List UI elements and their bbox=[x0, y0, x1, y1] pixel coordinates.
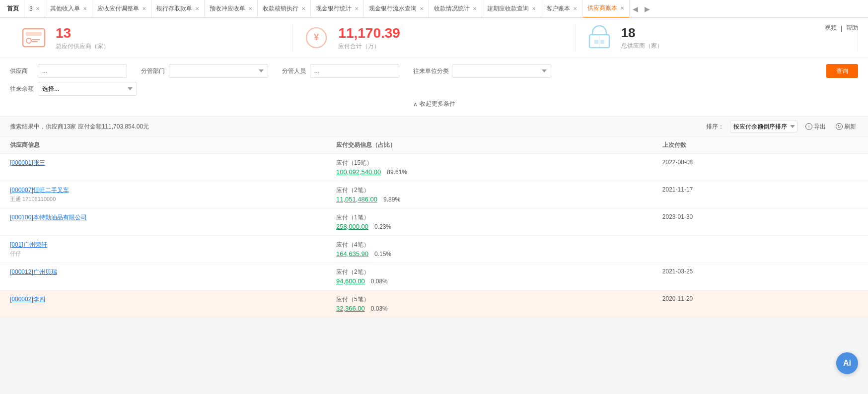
table-row[interactable]: [000002]李四 应付（5笔） 32,366.00 0.03% 2020-1… bbox=[0, 290, 868, 318]
close-icon[interactable]: ✕ bbox=[248, 6, 252, 11]
nav-tab-bank-deposit[interactable]: 银行存取款单 ✕ bbox=[151, 0, 205, 18]
nav-tab-collection-stat-label: 收款情况统计 bbox=[434, 4, 470, 13]
trans-amount-row: 32,366.00 0.03% bbox=[336, 305, 662, 312]
table-row[interactable]: [000007]恒旺二手叉车 王通 17106110000 应付（2笔） 11,… bbox=[0, 181, 868, 208]
supplier-info: [000100]本特勤油品有限公司 bbox=[10, 213, 336, 222]
balance-select[interactable]: 选择... bbox=[38, 82, 137, 96]
stat-icon-3 bbox=[585, 24, 613, 52]
collapse-button[interactable]: ∧ 收起更多条件 bbox=[413, 100, 455, 108]
trans-amount[interactable]: 94,600.00 bbox=[336, 277, 365, 285]
close-icon[interactable]: ✕ bbox=[301, 6, 305, 11]
supplier-table: 供应商信息 应付交易信息（占比） 上次付数 [000001]张三 应付（15笔）… bbox=[0, 137, 868, 318]
trans-amount[interactable]: 11,051,486.00 bbox=[336, 196, 377, 203]
trans-label: 应付（4笔） bbox=[336, 241, 662, 249]
nav-tab-other-income-label: 其他收入单 bbox=[50, 4, 80, 13]
trans-amount[interactable]: 100,092,540.00 bbox=[336, 168, 381, 176]
nav-tab-receipt-exec[interactable]: 收款核销执行 ✕ bbox=[258, 0, 311, 18]
query-button[interactable]: 查询 bbox=[826, 64, 858, 78]
trans-amount[interactable]: 32,366.00 bbox=[336, 305, 365, 312]
trans-amount-row: 164,635.90 0.15% bbox=[336, 250, 662, 258]
close-icon[interactable]: ✕ bbox=[532, 6, 536, 11]
trans-amount-row: 258,000.00 0.23% bbox=[336, 223, 662, 230]
svg-rect-1 bbox=[26, 32, 42, 36]
supplier-sub: 王通 17106110000 bbox=[10, 196, 336, 203]
help-link[interactable]: 帮助 bbox=[846, 24, 858, 32]
filter-field-balance: 往来余额 选择... bbox=[10, 82, 137, 96]
nav-tab-cash-bank-flow[interactable]: 现金银行流水查询 ✕ bbox=[364, 0, 429, 18]
nav-tab-home[interactable]: 首页 bbox=[2, 0, 24, 18]
transaction-info: 应付（4笔） 164,635.90 0.15% bbox=[336, 241, 662, 258]
person-input[interactable] bbox=[310, 64, 399, 78]
close-icon[interactable]: ✕ bbox=[83, 6, 87, 11]
nav-tab-overdue-query[interactable]: 超期应收款查询 ✕ bbox=[482, 0, 541, 18]
table-row[interactable]: [000001]张三 应付（15笔） 100,092,540.00 89.61%… bbox=[0, 154, 868, 181]
svg-text:¥: ¥ bbox=[314, 32, 319, 42]
filter-field-unit-type: 往来单位分类 bbox=[413, 64, 551, 78]
header-last-pay: 上次付数 bbox=[662, 141, 858, 149]
last-pay: 2021-11-17 bbox=[662, 186, 858, 193]
stat-supplier-payable: 13 总应付供应商（家） bbox=[10, 24, 292, 52]
nav-tab-ap-adjust[interactable]: 应收应付调整单 ✕ bbox=[92, 0, 151, 18]
supplier-sub: 仔仔 bbox=[10, 250, 336, 258]
nav-tab-other-income[interactable]: 其他收入单 ✕ bbox=[45, 0, 92, 18]
nav-tab-cash-bank-stat-label: 现金银行统计 bbox=[316, 4, 352, 13]
nav-right-arrow[interactable]: ▶ bbox=[642, 0, 653, 18]
table-row[interactable]: [001]广州荣轩 仔仔 应付（4笔） 164,635.90 0.15% bbox=[0, 236, 868, 263]
close-icon[interactable]: ✕ bbox=[355, 6, 359, 11]
supplier-link[interactable]: [000012]广州贝瑞 bbox=[10, 268, 336, 276]
nav-tab-ap-adjust-label: 应收应付调整单 bbox=[97, 4, 139, 13]
header-transaction: 应付交易信息（占比） bbox=[336, 141, 662, 149]
refresh-button[interactable]: ↻ 刷新 bbox=[834, 122, 858, 132]
chevron-up-icon: ∧ bbox=[413, 101, 418, 108]
nav-tab-bank-deposit-label: 银行存取款单 bbox=[156, 4, 192, 13]
table-row[interactable]: [000012]广州贝瑞 应付（2笔） 94,600.00 0.08% 2021… bbox=[0, 263, 868, 290]
trans-label: 应付（5笔） bbox=[336, 295, 662, 304]
result-summary: 搜索结果中，供应商13家 应付金额111,703,854.00元 bbox=[10, 123, 149, 131]
supplier-input[interactable] bbox=[38, 64, 127, 78]
stat-icon-2: ¥ bbox=[302, 24, 330, 52]
supplier-link[interactable]: [000100]本特勤油品有限公司 bbox=[10, 213, 336, 222]
supplier-info: [000012]广州贝瑞 bbox=[10, 268, 336, 276]
filter-row-1: 供应商 分管部门 分管人员 往来单位分类 查询 bbox=[10, 64, 858, 78]
trans-amount[interactable]: 164,635.90 bbox=[336, 250, 368, 258]
nav-tab-cash-bank-stat[interactable]: 现金银行统计 ✕ bbox=[311, 0, 364, 18]
nav-tab-customer-account[interactable]: 客户账本 ✕ bbox=[541, 0, 582, 18]
sort-select[interactable]: 按应付余额倒序排序 bbox=[730, 121, 797, 132]
nav-tab-3[interactable]: 3 ✕ bbox=[24, 0, 45, 18]
unit-type-select[interactable] bbox=[452, 64, 551, 78]
nav-tab-collection-stat[interactable]: 收款情况统计 ✕ bbox=[429, 0, 482, 18]
dept-filter-label: 分管部门 bbox=[141, 67, 166, 75]
nav-tab-supplier-account[interactable]: 供应商账本 ✕ bbox=[582, 0, 630, 18]
dept-select[interactable] bbox=[169, 64, 268, 78]
svg-rect-6 bbox=[594, 40, 598, 44]
transaction-info: 应付（5笔） 32,366.00 0.03% bbox=[336, 295, 662, 312]
trans-amount[interactable]: 258,000.00 bbox=[336, 223, 368, 230]
top-navigation: 首页 3 ✕ 其他收入单 ✕ 应收应付调整单 ✕ 银行存取款单 ✕ 预收冲应收单… bbox=[0, 0, 868, 18]
supplier-link[interactable]: [000007]恒旺二手叉车 bbox=[10, 186, 336, 195]
nav-left-arrow[interactable]: ◀ bbox=[630, 0, 642, 18]
close-icon[interactable]: ✕ bbox=[195, 6, 199, 11]
svg-rect-7 bbox=[600, 40, 604, 44]
last-pay-date: 2020-11-20 bbox=[662, 294, 693, 302]
supplier-link[interactable]: [001]广州荣轩 bbox=[10, 241, 336, 249]
trans-label: 应付（2笔） bbox=[336, 186, 662, 195]
last-pay-date: 2023-01-30 bbox=[662, 212, 693, 220]
close-icon[interactable]: ✕ bbox=[36, 6, 40, 11]
supplier-link[interactable]: [000001]张三 bbox=[10, 159, 336, 167]
trans-pct: 0.23% bbox=[374, 223, 391, 230]
table-row[interactable]: [000100]本特勤油品有限公司 应付（1笔） 258,000.00 0.23… bbox=[0, 208, 868, 236]
collapse-button-label: 收起更多条件 bbox=[420, 100, 455, 108]
filter-field-supplier: 供应商 bbox=[10, 64, 127, 78]
export-button[interactable]: ↑ 导出 bbox=[803, 122, 828, 132]
last-pay: 2022-08-08 bbox=[662, 159, 858, 166]
video-link[interactable]: 视频 bbox=[825, 24, 837, 32]
supplier-link[interactable]: [000002]李四 bbox=[10, 295, 336, 304]
nav-tab-advance-collect[interactable]: 预收冲应收单 ✕ bbox=[205, 0, 258, 18]
close-icon[interactable]: ✕ bbox=[620, 5, 624, 11]
close-icon[interactable]: ✕ bbox=[473, 6, 477, 11]
supplier-info: [000002]李四 bbox=[10, 295, 336, 304]
close-icon[interactable]: ✕ bbox=[142, 6, 146, 11]
nav-tab-cash-bank-flow-label: 现金银行流水查询 bbox=[369, 4, 417, 13]
close-icon[interactable]: ✕ bbox=[420, 6, 424, 11]
close-icon[interactable]: ✕ bbox=[573, 6, 577, 11]
